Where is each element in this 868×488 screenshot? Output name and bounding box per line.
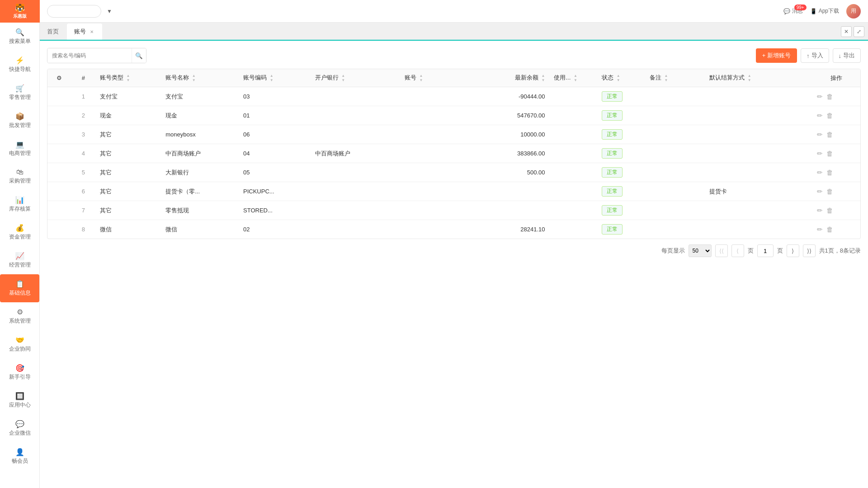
table-row: 8 微信 微信 02 28241.10 正常 ✏ 🗑 bbox=[47, 220, 860, 239]
delete-icon[interactable]: 🗑 bbox=[826, 93, 833, 100]
sidebar-item-member[interactable]: 👤 畅会员 bbox=[0, 442, 39, 470]
import-button[interactable]: ↑ 导入 bbox=[801, 48, 829, 63]
cell-type: 其它 bbox=[95, 125, 161, 144]
edit-icon[interactable]: ✏ bbox=[817, 131, 823, 139]
tab-account-close[interactable]: ✕ bbox=[89, 28, 95, 35]
sidebar-item-appcenter[interactable]: 🔲 应用中心 bbox=[0, 386, 39, 414]
edit-icon[interactable]: ✏ bbox=[817, 225, 823, 234]
sidebar-item-retail[interactable]: 🛒 零售管理 bbox=[0, 79, 39, 107]
edit-icon[interactable]: ✏ bbox=[817, 169, 823, 177]
cell-action: ✏ 🗑 bbox=[812, 125, 860, 144]
th-code[interactable]: 账号编码 ▲▼ bbox=[239, 69, 311, 87]
th-account[interactable]: 账号 ▲▼ bbox=[400, 69, 472, 87]
cell-status: 正常 bbox=[597, 163, 645, 182]
sidebar-item-operations[interactable]: 📈 经营管理 bbox=[0, 246, 39, 274]
th-name[interactable]: 账号名称 ▲▼ bbox=[161, 69, 239, 87]
tabs-maximize-button[interactable]: ⤢ bbox=[854, 26, 864, 37]
sort-arrows-code: ▲▼ bbox=[270, 74, 274, 82]
th-use[interactable]: 使用... ▲▼ bbox=[549, 69, 597, 87]
delete-icon[interactable]: 🗑 bbox=[826, 150, 833, 157]
cell-default bbox=[705, 125, 812, 144]
delete-icon[interactable]: 🗑 bbox=[826, 188, 833, 195]
page-next-button[interactable]: ⟩ bbox=[787, 244, 799, 257]
cell-note bbox=[645, 144, 705, 163]
page-last-button[interactable]: ⟩⟩ bbox=[803, 244, 816, 257]
table-row: 5 其它 大新银行 05 500.00 正常 ✏ 🗑 bbox=[47, 163, 860, 182]
page-prev-button[interactable]: ⟨ bbox=[731, 244, 744, 257]
sidebar-item-basicinfo[interactable]: 📋 基础信息 bbox=[0, 274, 39, 302]
export-label: 导出 bbox=[843, 52, 855, 60]
cell-type: 支付宝 bbox=[95, 87, 161, 106]
page-number-input[interactable] bbox=[757, 244, 774, 257]
cell-use bbox=[549, 163, 597, 182]
topbar: ▼ 💬 消息 99+ 📱 App下载 用 bbox=[40, 0, 868, 23]
th-note[interactable]: 备注 ▲▼ bbox=[645, 69, 705, 87]
th-bank[interactable]: 开户银行 ▲▼ bbox=[311, 69, 400, 87]
th-type[interactable]: 账号类型 ▲▼ bbox=[95, 69, 161, 87]
cell-status: 正常 bbox=[597, 125, 645, 144]
pagination: 每页显示 50 10 20 100 ⟨⟨ ⟨ 页 页 ⟩ ⟩⟩ 共1页，8条记录 bbox=[47, 239, 861, 257]
sort-arrows-default: ▲▼ bbox=[748, 74, 751, 82]
topbar-search-input[interactable] bbox=[47, 5, 101, 18]
sidebar-item-collab[interactable]: 🤝 企业协同 bbox=[0, 330, 39, 358]
page-first-button[interactable]: ⟨⟨ bbox=[715, 244, 728, 257]
delete-icon[interactable]: 🗑 bbox=[826, 169, 833, 176]
cell-name: 提货卡（零... bbox=[161, 182, 239, 201]
delete-icon[interactable]: 🗑 bbox=[826, 225, 833, 233]
app-logo[interactable]: 🐯 乐惠版 bbox=[0, 0, 40, 23]
export-button[interactable]: ↓ 导出 bbox=[833, 48, 861, 63]
table-row: 7 其它 零售抵现 STORED... 正常 ✏ 🗑 bbox=[47, 201, 860, 220]
cell-account bbox=[400, 182, 472, 201]
sidebar-item-search[interactable]: 🔍 搜索菜单 bbox=[0, 23, 39, 51]
th-gear[interactable]: ⚙ bbox=[47, 69, 71, 87]
sidebar-item-finance[interactable]: 💰 资金管理 bbox=[0, 218, 39, 246]
topbar-dropdown[interactable]: ▼ bbox=[107, 8, 112, 14]
user-avatar[interactable]: 用 bbox=[846, 4, 861, 19]
cell-checkbox bbox=[47, 182, 71, 201]
sort-arrows-account: ▲▼ bbox=[420, 74, 423, 82]
search-icon: 🔍 bbox=[135, 52, 143, 59]
cell-balance: 547670.00 bbox=[472, 106, 550, 125]
cell-default bbox=[705, 220, 812, 239]
search-button[interactable]: 🔍 bbox=[132, 48, 146, 63]
delete-icon[interactable]: 🗑 bbox=[826, 131, 833, 138]
cell-balance: -90444.00 bbox=[472, 87, 550, 106]
search-input[interactable] bbox=[47, 48, 132, 63]
cell-code: 02 bbox=[239, 220, 311, 239]
sidebar-item-guide[interactable]: 🎯 新手引导 bbox=[0, 358, 39, 386]
sidebar-item-system[interactable]: ⚙ 系统管理 bbox=[0, 302, 39, 330]
edit-icon[interactable]: ✏ bbox=[817, 206, 823, 215]
cell-account bbox=[400, 220, 472, 239]
edit-icon[interactable]: ✏ bbox=[817, 188, 823, 196]
sidebar-item-inventory[interactable]: 📊 库存核算 bbox=[0, 190, 39, 218]
tab-account[interactable]: 账号 ✕ bbox=[67, 23, 102, 40]
sidebar-item-quicknav[interactable]: ⚡ 快捷导航 bbox=[0, 51, 39, 79]
cell-note bbox=[645, 163, 705, 182]
tabs-close-all-button[interactable]: ✕ bbox=[841, 26, 852, 37]
th-default[interactable]: 默认结算方式 ▲▼ bbox=[705, 69, 812, 87]
sort-arrows-bank: ▲▼ bbox=[341, 74, 345, 82]
edit-icon[interactable]: ✏ bbox=[817, 93, 823, 101]
sidebar-item-wholesale[interactable]: 📦 批发管理 bbox=[0, 107, 39, 135]
sidebar-item-purchase[interactable]: 🛍 采购管理 bbox=[0, 163, 39, 190]
delete-icon[interactable]: 🗑 bbox=[826, 112, 833, 119]
edit-icon[interactable]: ✏ bbox=[817, 112, 823, 120]
app-download-button[interactable]: 📱 App下载 bbox=[810, 7, 839, 15]
system-icon: ⚙ bbox=[2, 308, 38, 316]
tab-home[interactable]: 首页 bbox=[40, 23, 66, 40]
table-row: 6 其它 提货卡（零... PICKUPC... 正常 提货卡 ✏ 🗑 bbox=[47, 182, 860, 201]
th-status[interactable]: 状态 ▲▼ bbox=[597, 69, 645, 87]
page-size-select[interactable]: 50 10 20 100 bbox=[689, 244, 712, 257]
cell-account bbox=[400, 163, 472, 182]
th-balance[interactable]: 最新余额 ▲▼ bbox=[472, 69, 550, 87]
tab-home-label: 首页 bbox=[47, 28, 59, 36]
sidebar-item-ecommerce[interactable]: 💻 电商管理 bbox=[0, 135, 39, 163]
message-button[interactable]: 💬 消息 99+ bbox=[783, 7, 803, 15]
cell-type: 其它 bbox=[95, 201, 161, 220]
finance-icon: 💰 bbox=[2, 224, 38, 232]
edit-icon[interactable]: ✏ bbox=[817, 150, 823, 158]
delete-icon[interactable]: 🗑 bbox=[826, 206, 833, 214]
sidebar-item-corpwechat[interactable]: 💬 企业微信 bbox=[0, 414, 39, 442]
page-total: 共1页，8条记录 bbox=[819, 247, 861, 255]
add-account-button[interactable]: + 新增账号 bbox=[756, 48, 797, 63]
